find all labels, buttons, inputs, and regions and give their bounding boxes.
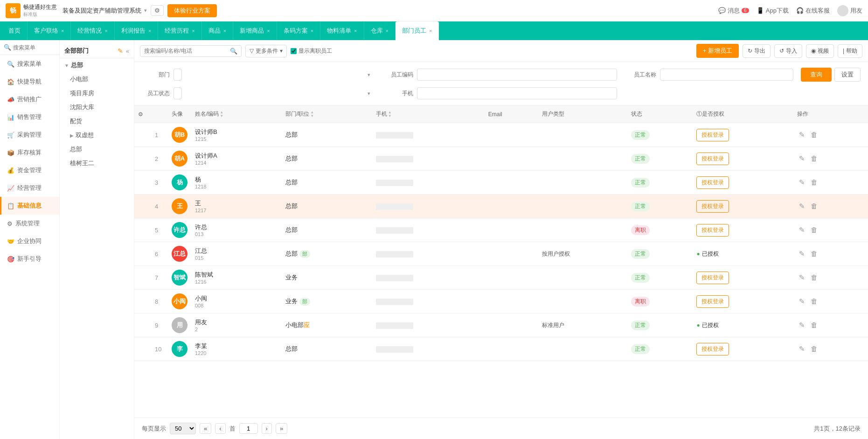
- edit-button[interactable]: ✎: [797, 320, 807, 330]
- msg-item[interactable]: 💬 消息 6: [718, 7, 749, 15]
- delete-button[interactable]: 🗑: [809, 272, 819, 282]
- auth-login-button[interactable]: 授权登录: [696, 272, 729, 284]
- tab-close-icon[interactable]: ×: [148, 28, 151, 34]
- dept-item-zhishu[interactable]: 植树王二: [60, 156, 134, 170]
- sidebar-item-营销推广[interactable]: 📣营销推广: [0, 91, 59, 108]
- show-resign-checkbox[interactable]: [291, 48, 297, 54]
- sidebar-item-资金管理[interactable]: 💰资金管理: [0, 161, 59, 179]
- th-dept[interactable]: 部门/职位 ▲▼: [282, 105, 372, 123]
- app-download-item[interactable]: 📱 App下载: [757, 7, 789, 15]
- sidebar-item-采购管理[interactable]: 🛒采购管理: [0, 126, 59, 144]
- phone-sort[interactable]: 手机 ▲▼: [376, 110, 392, 118]
- sidebar-item-经营管理[interactable]: 📈经营管理: [0, 179, 59, 197]
- delete-button[interactable]: 🗑: [809, 201, 819, 211]
- delete-button[interactable]: 🗑: [809, 320, 819, 330]
- auth-login-button[interactable]: 授权登录: [696, 129, 729, 141]
- sidebar-item-搜索菜单[interactable]: 🔍搜索菜单: [0, 55, 59, 73]
- delete-button[interactable]: 🗑: [809, 225, 819, 235]
- tab-close-icon[interactable]: ×: [311, 28, 313, 34]
- sidebar-item-库存核算[interactable]: 📦库存核算: [0, 144, 59, 161]
- sidebar-search-input[interactable]: [13, 44, 56, 51]
- first-page-button[interactable]: «: [200, 423, 211, 434]
- delete-button[interactable]: 🗑: [809, 153, 819, 163]
- nav-tab-首页[interactable]: 首页: [2, 21, 28, 40]
- user-item[interactable]: 用友: [837, 5, 862, 16]
- edit-button[interactable]: ✎: [797, 177, 807, 188]
- auth-login-button[interactable]: 授权登录: [696, 200, 729, 213]
- edit-button[interactable]: ✎: [797, 201, 807, 211]
- tab-close-icon[interactable]: ×: [267, 28, 270, 34]
- dept-item-zongbu-parent[interactable]: ▼ 总部: [60, 58, 134, 72]
- auth-login-button[interactable]: 授权登录: [696, 343, 729, 355]
- edit-button[interactable]: ✎: [797, 344, 807, 354]
- phone-input[interactable]: [417, 87, 618, 99]
- auth-login-button[interactable]: 授权登录: [696, 176, 729, 189]
- prev-page-button[interactable]: ‹: [215, 423, 225, 434]
- reset-button[interactable]: 设置: [834, 68, 861, 82]
- dept-edit-icon[interactable]: ✎: [118, 47, 123, 55]
- th-name[interactable]: 姓名/编码 ▲▼: [191, 105, 282, 123]
- auth-login-button[interactable]: 授权登录: [696, 224, 729, 237]
- tab-close-icon[interactable]: ×: [192, 28, 194, 34]
- sidebar-item-销售管理[interactable]: 📊销售管理: [0, 108, 59, 126]
- dept-item-shenyangdaku[interactable]: 沈阳大库: [60, 100, 134, 114]
- tab-close-icon[interactable]: ×: [61, 28, 64, 34]
- empcode-input[interactable]: [417, 69, 618, 81]
- dept-select[interactable]: [174, 69, 182, 81]
- dept-sort[interactable]: 部门/职位 ▲▼: [285, 110, 314, 118]
- view-button[interactable]: ◉ 视频: [806, 44, 834, 58]
- current-page-input[interactable]: [239, 423, 258, 434]
- delete-button[interactable]: 🗑: [809, 296, 819, 306]
- sidebar-item-快捷导航[interactable]: 🏠快捷导航: [0, 73, 59, 91]
- sidebar-item-新手引导[interactable]: 🎯新手引导: [0, 250, 59, 268]
- delete-button[interactable]: 🗑: [809, 344, 819, 354]
- delete-button[interactable]: 🗑: [809, 130, 819, 139]
- tab-close-icon[interactable]: ×: [223, 28, 226, 34]
- nav-tab-新增商品[interactable]: 新增商品×: [233, 21, 277, 40]
- nav-tab-经营历程[interactable]: 经营历程×: [158, 21, 201, 40]
- th-phone[interactable]: 手机 ▲▼: [372, 105, 485, 123]
- edit-button[interactable]: ✎: [797, 249, 807, 259]
- tab-close-icon[interactable]: ×: [429, 28, 432, 34]
- query-button[interactable]: 查询: [801, 68, 832, 82]
- name-sort[interactable]: 姓名/编码 ▲▼: [195, 110, 223, 118]
- sys-dropdown-arrow[interactable]: ▾: [144, 7, 147, 14]
- auth-login-button[interactable]: 授权登录: [696, 295, 729, 308]
- dept-item-peihuo[interactable]: 配货: [60, 114, 134, 128]
- add-employee-button[interactable]: + 新增员工: [696, 44, 739, 58]
- filter-search-input[interactable]: [144, 48, 228, 54]
- empname-input[interactable]: [660, 69, 793, 81]
- nav-tab-商品[interactable]: 商品×: [202, 21, 233, 40]
- sidebar-item-企业协同[interactable]: 🤝企业协同: [0, 232, 59, 250]
- import-button[interactable]: ↺ 导入: [774, 44, 802, 58]
- dept-item-zongbu-child[interactable]: 总部: [60, 142, 134, 156]
- export-button[interactable]: ↻ 导出: [743, 44, 771, 58]
- nav-tab-利润报告[interactable]: 利润报告×: [115, 21, 158, 40]
- edit-button[interactable]: ✎: [797, 296, 807, 307]
- nav-tab-物料清单[interactable]: 物料清单×: [320, 21, 364, 40]
- sidebar-item-基础信息[interactable]: 📋基础信息: [0, 197, 59, 215]
- tab-close-icon[interactable]: ×: [104, 28, 107, 34]
- nav-tab-经营情况[interactable]: 经营情况×: [71, 21, 114, 40]
- next-page-button[interactable]: ›: [262, 423, 272, 434]
- dept-item-xiangmukufang[interactable]: 项目库房: [60, 86, 134, 100]
- trial-button[interactable]: 体验行业方案: [167, 4, 217, 17]
- service-item[interactable]: 🎧 在线客服: [796, 7, 830, 15]
- delete-button[interactable]: 🗑: [809, 249, 819, 258]
- page-size-select[interactable]: 50 20 100: [170, 423, 196, 434]
- edit-button[interactable]: ✎: [797, 225, 807, 235]
- dept-collapse-icon[interactable]: «: [126, 48, 129, 55]
- help-button[interactable]: | 帮助: [838, 44, 862, 58]
- auth-login-button[interactable]: 授权登录: [696, 153, 729, 165]
- th-settings[interactable]: ⚙: [134, 105, 151, 123]
- nav-tab-客户联络[interactable]: 客户联络×: [28, 21, 71, 40]
- tab-close-icon[interactable]: ×: [354, 28, 357, 34]
- show-resign-checkbox-wrap[interactable]: 显示离职员工: [291, 47, 332, 55]
- delete-button[interactable]: 🗑: [809, 177, 819, 187]
- dept-item-shuangxuxiang[interactable]: ▶ 双虚想: [60, 128, 134, 142]
- dept-item-xiaodianbu[interactable]: 小电部: [60, 72, 134, 86]
- gear-button[interactable]: ⚙: [151, 5, 164, 16]
- nav-tab-仓库[interactable]: 仓库×: [364, 21, 396, 40]
- edit-button[interactable]: ✎: [797, 272, 807, 283]
- last-page-button[interactable]: »: [276, 423, 287, 434]
